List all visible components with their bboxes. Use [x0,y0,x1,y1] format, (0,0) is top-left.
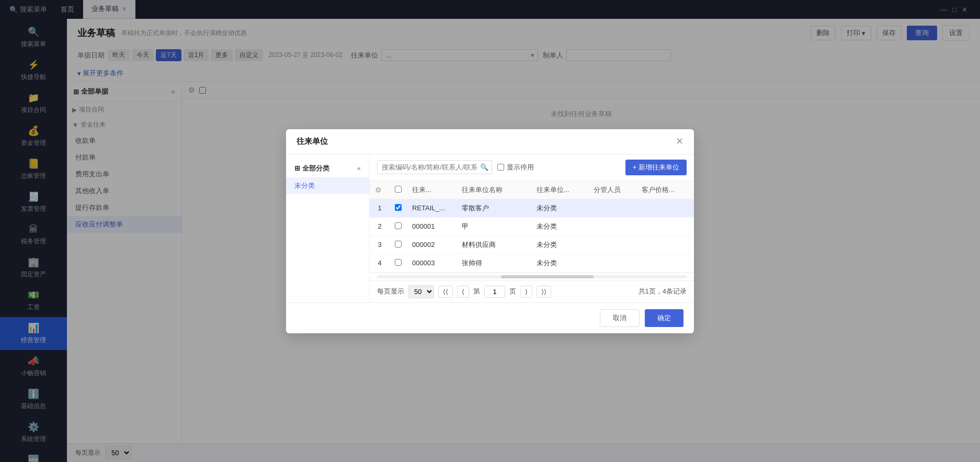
dialog-pagination: 每页显示 50 ⟨⟨ ⟨ 第 页 ⟩ ⟩⟩ 共1页，4条记录 [370,280,694,302]
th-check [390,181,407,199]
dialog-body: ⊞ 全部分类 « 未分类 🔍 显示停用 [286,154,694,302]
row-checkbox[interactable] [390,254,407,272]
table-row[interactable]: 1 RETAIL_... 零散客户 未分类 [370,199,694,217]
first-page-btn[interactable]: ⟨⟨ [438,286,453,298]
dialog-close-btn[interactable]: ✕ [676,137,683,146]
row-person [588,254,636,272]
th-name: 往来单位名称 [457,181,531,199]
row-price [636,235,694,254]
row-checkbox[interactable] [390,235,407,254]
last-page-btn[interactable]: ⟩⟩ [537,286,551,298]
th-type: 往来单位... [531,181,589,199]
row-code: 000001 [407,217,457,235]
partner-search-wrap: 🔍 [377,160,492,174]
row-num: 1 [370,199,390,217]
next-page-btn[interactable]: ⟩ [520,286,532,298]
dialog-sidebar-item-uncategorized[interactable]: 未分类 [286,177,369,194]
row-type: 未分类 [531,199,589,217]
cancel-button[interactable]: 取消 [600,309,640,327]
page-suffix: 页 [509,287,516,296]
partner-dialog: 往来单位 ✕ ⊞ 全部分类 « 未分类 [286,129,694,333]
row-checkbox[interactable] [390,217,407,235]
table-row[interactable]: 3 000002 材料供应商 未分类 [370,235,694,254]
table-row[interactable]: 2 000001 甲 未分类 [370,217,694,235]
dialog-per-page-select[interactable]: 50 [408,285,434,298]
dialog-header: 往来单位 ✕ [286,129,694,154]
row-checkbox[interactable] [390,199,407,217]
row-num: 2 [370,217,390,235]
th-price: 客户价格... [636,181,694,199]
partner-table: ⚙ 往来... 往来单位名称 往来单位... [370,181,694,273]
row-person [588,235,636,254]
prev-page-btn[interactable]: ⟨ [457,286,469,298]
search-icon: 🔍 [480,163,488,171]
table-row[interactable]: 4 000003 张帅得 未分类 [370,254,694,272]
row-num: 4 [370,254,390,272]
dialog-action-bar: 取消 确定 [286,302,694,333]
row-price [636,217,694,235]
row-name: 张帅得 [457,254,531,272]
th-settings: ⚙ [370,181,390,199]
dialog-toolbar: 🔍 显示停用 + 新增往来单位 [370,154,694,181]
row-price [636,254,694,272]
row-person [588,199,636,217]
row-type: 未分类 [531,217,589,235]
row-person [588,217,636,235]
dialog-main: 🔍 显示停用 + 新增往来单位 ⚙ [370,154,694,302]
dialog-title: 往来单位 [297,137,328,147]
row-name: 零散客户 [457,199,531,217]
total-info: 共1页，4条记录 [639,287,687,296]
grid-icon: ⊞ [294,164,300,172]
confirm-button[interactable]: 确定 [645,309,683,327]
dialog-sidebar: ⊞ 全部分类 « 未分类 [286,154,370,302]
select-all-dialog-checkbox[interactable] [395,186,402,193]
per-page-label: 每页显示 [377,287,404,296]
row-price [636,199,694,217]
row-code: 000002 [407,235,457,254]
modal-overlay: 往来单位 ✕ ⊞ 全部分类 « 未分类 [0,0,980,462]
dialog-sidebar-header: ⊞ 全部分类 « [286,160,369,177]
horizontal-scrollbar[interactable] [370,273,694,280]
row-type: 未分类 [531,235,589,254]
row-name: 材料供应商 [457,235,531,254]
th-person: 分管人员 [588,181,636,199]
page-number-input[interactable] [484,286,505,298]
dialog-table-wrap: ⚙ 往来... 往来单位名称 往来单位... [370,181,694,273]
row-code: RETAIL_... [407,199,457,217]
show-disabled-label[interactable]: 显示停用 [497,163,534,172]
row-code: 000003 [407,254,457,272]
add-partner-button[interactable]: + 新增往来单位 [625,160,687,175]
collapse-sidebar-btn[interactable]: « [357,164,361,172]
table-header-row: ⚙ 往来... 往来单位名称 往来单位... [370,181,694,199]
row-num: 3 [370,235,390,254]
th-code: 往来... [407,181,457,199]
table-col-settings-icon[interactable]: ⚙ [375,186,382,194]
row-type: 未分类 [531,254,589,272]
page-label: 第 [473,287,480,296]
show-disabled-checkbox[interactable] [497,164,504,171]
row-name: 甲 [457,217,531,235]
partner-search-input[interactable] [377,160,492,174]
